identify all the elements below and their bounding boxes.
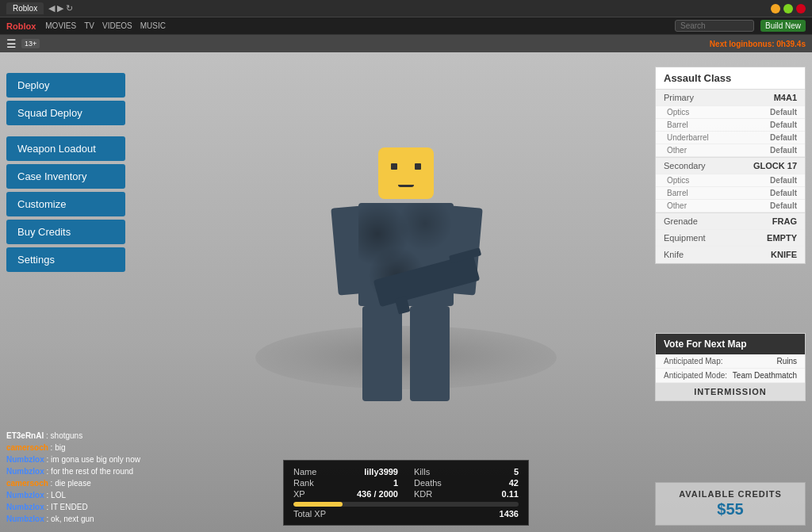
loadout-panel: Assault Class Primary M4A1 Optics Defaul… (655, 67, 806, 264)
equipment-label: Equipment (664, 233, 706, 243)
anticipated-map-row: Anticipated Map: Ruins (656, 354, 805, 369)
left-sidebar: Deploy Squad Deploy Weapon Loadout Case … (0, 67, 151, 278)
close-button[interactable] (796, 4, 806, 13)
grenade-row: Grenade FRAG (656, 213, 805, 230)
customize-button[interactable]: Customize (6, 192, 125, 216)
kills-value: 5 (514, 467, 519, 477)
secondary-other-value: Default (770, 201, 797, 210)
kdr-stat-row: KDR 0.11 (414, 489, 519, 499)
secondary-other-label: Other (667, 201, 687, 210)
chat-line-4: camersoch : die please (6, 478, 165, 489)
char-leg-right (410, 306, 450, 401)
roblox-nav-bar: Roblox MOVIES TV VIDEOS MUSIC Build New (0, 17, 812, 35)
chat-panel: ET3eRnAl : shotguns camersoch : big Numb… (6, 431, 165, 526)
search-input[interactable] (675, 20, 754, 32)
game-frame: ☰ 13+ Next loginbonus: 0h39.4s Deploy Sq… (0, 35, 812, 532)
nav-videos[interactable]: VIDEOS (102, 21, 132, 30)
deaths-value: 42 (509, 478, 519, 488)
name-label: Name (293, 467, 316, 477)
nav-tv[interactable]: TV (84, 21, 94, 30)
secondary-value: GLOCK 17 (753, 161, 797, 170)
knife-label: Knife (664, 250, 684, 259)
chat-user-7: Numbzlox (6, 515, 44, 523)
vote-title: Vote For Next Map (656, 334, 805, 354)
stats-panel: Name lilly3999 Kills 5 Rank 1 Deaths 42 … (283, 460, 529, 526)
knife-value: KNIFE (771, 250, 797, 259)
window-controls (771, 4, 806, 13)
chat-line-7: Numbzlox : ok, next gun (6, 514, 165, 525)
browser-left: Roblox ◀ ▶ ↻ (6, 2, 73, 14)
weapon-loadout-button[interactable]: Weapon Loadout (6, 136, 125, 161)
grenade-value: FRAG (772, 216, 797, 226)
secondary-other-row: Other Default (656, 200, 805, 212)
chat-user-2: Numbzlox (6, 455, 44, 464)
primary-optics-value: Default (770, 108, 797, 117)
primary-optics-label: Optics (667, 108, 689, 117)
stats-grid: Name lilly3999 Kills 5 Rank 1 Deaths 42 … (293, 467, 519, 499)
chat-line-5: Numbzlox : LOL (6, 490, 165, 501)
browser-bar: Roblox ◀ ▶ ↻ (0, 0, 812, 17)
credits-panel: AVAILABLE CREDITS $55 (655, 482, 806, 526)
vote-panel: Vote For Next Map Anticipated Map: Ruins… (655, 333, 806, 401)
char-mouth (398, 185, 414, 187)
rank-stat-row: Rank 1 (293, 478, 398, 488)
chat-text-5: : LOL (47, 491, 66, 499)
character (327, 147, 485, 385)
primary-other-row: Other Default (656, 144, 805, 157)
deaths-label: Deaths (414, 478, 442, 488)
game-top-bar: ☰ 13+ Next loginbonus: 0h39.4s (0, 35, 812, 52)
loadout-panel-title: Assault Class (656, 67, 805, 90)
name-value: lilly3999 (364, 467, 398, 477)
char-eye-left (391, 163, 397, 170)
primary-optics-row: Optics Default (656, 106, 805, 119)
primary-barrel-row: Barrel Default (656, 119, 805, 132)
primary-row: Primary M4A1 (656, 90, 805, 106)
build-button[interactable]: Build New (760, 20, 806, 32)
primary-underbarrel-row: Underbarrel Default (656, 132, 805, 144)
nav-music[interactable]: MUSIC (140, 21, 166, 30)
xp-display: 436 / 2000 (357, 489, 398, 499)
menu-icon[interactable]: ☰ (6, 37, 17, 50)
primary-barrel-label: Barrel (667, 121, 688, 129)
roblox-brand: Roblox (6, 21, 36, 31)
maximize-button[interactable] (783, 4, 793, 13)
name-stat-row: Name lilly3999 (293, 467, 398, 477)
secondary-optics-label: Optics (667, 176, 689, 185)
chat-line-3: Numbzlox : for the rest of the round (6, 466, 165, 477)
equipment-row: Equipment EMPTY (656, 230, 805, 247)
chat-user-5: Numbzlox (6, 491, 44, 499)
total-xp-value: 1436 (500, 509, 519, 519)
secondary-label: Secondary (664, 161, 706, 170)
char-eye-right (415, 163, 421, 170)
chat-text-7: : ok, next gun (47, 515, 94, 523)
settings-button[interactable]: Settings (6, 247, 125, 272)
roblox-nav-right: Build New (675, 20, 806, 32)
rank-value: 1 (393, 478, 398, 488)
xp-bar-container (293, 502, 519, 507)
chat-text-6: : IT ENDED (47, 503, 88, 511)
age-badge: 13+ (21, 39, 40, 48)
primary-barrel-value: Default (770, 121, 797, 129)
total-xp-stat-row: Total XP 1436 (293, 509, 519, 519)
browser-nav: ◀ ▶ ↻ (48, 3, 73, 13)
chat-text-2: : im gona use big only now (47, 455, 140, 464)
equipment-value: EMPTY (767, 233, 797, 243)
primary-other-value: Default (770, 146, 797, 155)
minimize-button[interactable] (771, 4, 780, 13)
anticipated-mode-row: Anticipated Mode: Team Deathmatch (656, 369, 805, 383)
case-inventory-button[interactable]: Case Inventory (6, 164, 125, 189)
secondary-barrel-value: Default (770, 189, 797, 197)
chat-text-1: : big (51, 443, 66, 452)
kdr-label: KDR (414, 489, 432, 499)
buy-credits-button[interactable]: Buy Credits (6, 220, 125, 244)
nav-movies[interactable]: MOVIES (45, 21, 76, 30)
squad-deploy-button[interactable]: Squad Deploy (6, 101, 125, 125)
intermission-label: INTERMISSION (656, 383, 805, 400)
credits-amount: $55 (664, 500, 797, 519)
chat-user-6: Numbzlox (6, 503, 44, 511)
browser-tab[interactable]: Roblox (6, 2, 44, 14)
chat-text-0: : shotguns (46, 431, 82, 440)
kdr-value: 0.11 (502, 489, 519, 499)
deploy-button[interactable]: Deploy (6, 73, 125, 98)
primary-value: M4A1 (774, 93, 797, 102)
